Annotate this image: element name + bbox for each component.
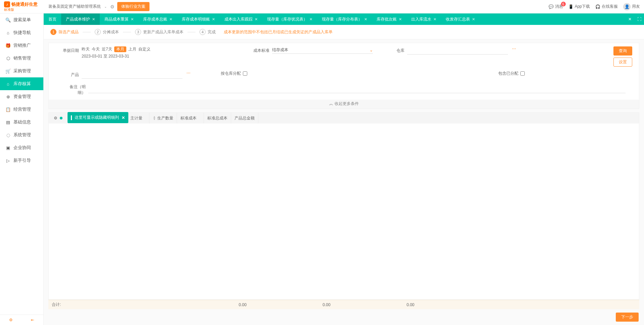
column-header-4[interactable]: 产品总金额: [231, 113, 258, 123]
cost-std-select[interactable]: 结存成本 ⌄: [272, 46, 373, 54]
close-icon[interactable]: ✕: [433, 17, 436, 22]
sidebar-icon: ⌂: [5, 30, 11, 35]
date-quick-今天[interactable]: 今天: [92, 46, 100, 52]
sidebar-item-5[interactable]: ⌂库存核算: [0, 77, 43, 90]
next-step-button[interactable]: 下一步: [616, 313, 639, 322]
flame-icon: ♪: [4, 1, 10, 7]
sidebar-item-0[interactable]: 🔍搜索菜单: [0, 13, 43, 26]
tab-label: 收发存汇总表: [446, 16, 470, 22]
step-label: 更新产成品入库单成本: [143, 29, 183, 35]
tab-3[interactable]: 库存成本总账✕: [138, 13, 177, 25]
collapse-filters-button[interactable]: ︽ 收起更多条件: [49, 100, 639, 109]
sidebar-item-3[interactable]: ⬡销售管理: [0, 52, 43, 65]
close-all-tabs-icon[interactable]: ✕: [625, 17, 635, 22]
tab-label: 出入库流水: [411, 16, 431, 22]
sidebar-item-7[interactable]: 📋经营管理: [0, 103, 43, 116]
close-icon[interactable]: ✕: [169, 17, 172, 22]
tab-1[interactable]: 产品成本维护✕: [61, 13, 100, 25]
tab-2[interactable]: 商品成本重算✕: [100, 13, 138, 25]
sidebar-icon: ⊕: [5, 94, 11, 99]
settings-button[interactable]: 设置: [613, 58, 632, 67]
close-icon[interactable]: ✕: [399, 17, 402, 22]
steps-note: 成本更新的范围中不包括已月结或已生成凭证的产成品入库单: [224, 29, 333, 35]
app-download-link[interactable]: 📱 App下载: [568, 4, 590, 9]
sidebar-item-label: 经营管理: [13, 106, 31, 112]
sidebar-item-9[interactable]: ◌系统管理: [0, 129, 43, 141]
tab-7[interactable]: 现存量（库存分布表）✕: [317, 13, 372, 25]
tab-8[interactable]: 库存批次账✕: [372, 13, 406, 25]
tab-5[interactable]: 成本出入库跟踪✕: [220, 13, 262, 25]
fullscreen-icon[interactable]: ⛶: [635, 17, 644, 22]
collapse-sidebar-icon[interactable]: ⇤: [31, 318, 34, 322]
close-icon[interactable]: ✕: [309, 17, 312, 22]
product-input[interactable]: [82, 71, 182, 79]
sidebar-item-label: 搜索菜单: [13, 17, 31, 23]
date-quick-上月[interactable]: 上月: [128, 46, 136, 52]
sidebar-item-8[interactable]: ▤基础信息: [0, 116, 43, 129]
messages-link[interactable]: 💬 消息 6: [549, 4, 563, 9]
sidebar-item-label: 销售管理: [13, 55, 31, 61]
close-icon[interactable]: ✕: [255, 17, 258, 22]
sidebar-item-11[interactable]: ▷新手引导: [0, 154, 43, 167]
online-service-link[interactable]: 🎧 在线客服: [595, 4, 618, 9]
avatar: 👤: [623, 3, 631, 10]
sidebar-item-label: 资金管理: [13, 94, 31, 100]
tab-label: 现存量（库存状况表）: [267, 16, 307, 22]
sidebar-icon: ⌂: [5, 81, 11, 86]
gear-icon: ⚙: [54, 116, 57, 120]
warehouse-more-icon[interactable]: ⋯: [511, 46, 518, 51]
tab-4[interactable]: 库存成本明细账✕: [177, 13, 220, 25]
column-settings-cell[interactable]: ⚙ 这里可显示或隐藏明细列 ✕: [49, 113, 69, 123]
sidebar-icon: ◌: [5, 132, 11, 138]
date-quick-近7天[interactable]: 近7天: [102, 46, 112, 52]
warehouse-input[interactable]: [407, 46, 508, 55]
column-header-1[interactable]: ▲▼生产数量: [149, 113, 177, 123]
tab-9[interactable]: 出入库流水✕: [406, 13, 441, 25]
remark-input[interactable]: [88, 85, 626, 93]
settings-icon[interactable]: ⚙: [9, 318, 13, 322]
sidebar-item-6[interactable]: ⊕资金管理: [0, 90, 43, 103]
app-label: App下载: [575, 4, 590, 9]
tab-0[interactable]: 首页: [44, 13, 61, 25]
date-quick-自定义[interactable]: 自定义: [138, 46, 151, 52]
sidebar-item-label: 新手引导: [13, 157, 31, 164]
industry-plan-button[interactable]: 体验行业方案: [117, 2, 149, 11]
close-icon[interactable]: ✕: [212, 17, 215, 22]
column-label: 产品总金额: [234, 115, 255, 121]
close-icon[interactable]: ✕: [472, 17, 475, 22]
sidebar: 🔍搜索菜单⌂快捷导航🎁营销推广⬡销售管理🛒采购管理⌂库存核算⊕资金管理📋经营管理…: [0, 13, 44, 325]
sidebar-item-2[interactable]: 🎁营销推广: [0, 39, 43, 52]
sidebar-item-label: 快捷导航: [13, 30, 31, 36]
remark-label: 备注（明细）: [62, 83, 86, 96]
gear-icon[interactable]: ⚙: [110, 4, 115, 9]
sidebar-item-label: 基础信息: [13, 119, 31, 125]
tab-6[interactable]: 现存量（库存状况表）✕: [262, 13, 317, 25]
step-label: 筛选产成品: [58, 29, 79, 35]
data-table: ⚙ 这里可显示或隐藏明细列 ✕ ▲▼主计量▲▼生产数量标准成本标准总成本产品总金…: [48, 112, 639, 300]
alloc-by-wh-checkbox[interactable]: [243, 71, 247, 76]
tab-label: 库存成本明细账: [182, 16, 210, 22]
sidebar-icon: 📋: [5, 107, 11, 112]
date-quick-昨天[interactable]: 昨天: [82, 46, 90, 52]
system-select[interactable]: 装备及固定资产辅助管理系统 ⌄: [48, 4, 107, 9]
tab-10[interactable]: 收发存汇总表✕: [441, 13, 480, 25]
close-icon[interactable]: ✕: [364, 17, 367, 22]
column-header-2[interactable]: 标准成本: [177, 113, 204, 123]
date-label: 单据日期: [55, 46, 79, 53]
close-icon[interactable]: ✕: [131, 17, 134, 22]
column-header-3[interactable]: 标准总成本: [204, 113, 231, 123]
sidebar-item-10[interactable]: ▣企业协同: [0, 141, 43, 154]
hint-text: 这里可显示或隐藏明细列: [75, 115, 119, 120]
include-alloc-checkbox[interactable]: [520, 71, 525, 76]
step-label: 分摊成本: [103, 29, 119, 35]
user-menu[interactable]: 👤 用友: [623, 3, 640, 10]
query-button[interactable]: 查询: [613, 46, 632, 56]
chevron-down-icon: ⌄: [370, 48, 373, 52]
include-alloc-label: 包含已分配: [498, 71, 518, 76]
product-more-icon[interactable]: ⋯: [185, 71, 192, 75]
sidebar-item-4[interactable]: 🛒采购管理: [0, 65, 43, 77]
date-quick-本月[interactable]: 本月: [114, 46, 126, 52]
sidebar-item-1[interactable]: ⌂快捷导航: [0, 26, 43, 39]
close-icon[interactable]: ✕: [122, 115, 125, 120]
close-icon[interactable]: ✕: [92, 17, 95, 22]
